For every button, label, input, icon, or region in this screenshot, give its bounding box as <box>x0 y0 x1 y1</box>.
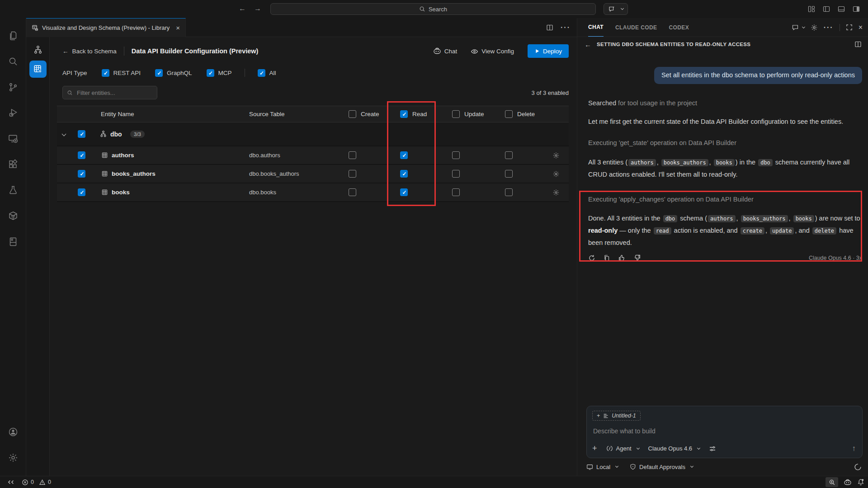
read-checkbox[interactable] <box>400 151 408 159</box>
dab-config-tool-button[interactable] <box>29 61 47 78</box>
api-type-rest[interactable]: REST API <box>102 69 141 77</box>
tune-sliders-icon[interactable] <box>709 445 716 452</box>
header-read-checkbox[interactable] <box>400 110 408 118</box>
tab-close-icon[interactable]: × <box>176 24 180 32</box>
mcp-checkbox[interactable] <box>207 69 214 77</box>
deploy-button[interactable]: Deploy <box>528 44 569 58</box>
group-dbo-checkbox[interactable] <box>78 130 85 138</box>
divider <box>840 24 840 31</box>
row-enable-checkbox[interactable] <box>78 170 85 178</box>
graphql-checkbox[interactable] <box>155 69 163 77</box>
problems-summary[interactable]: 0 0 <box>22 479 51 486</box>
close-panel-icon[interactable]: × <box>859 23 863 32</box>
row-enable-checkbox[interactable] <box>78 188 85 196</box>
chat-prompt-input[interactable] <box>592 427 782 435</box>
delete-checkbox[interactable] <box>505 188 513 196</box>
context-chip[interactable]: + Untitled-1 <box>592 411 641 421</box>
command-center-search[interactable]: Search <box>270 3 596 15</box>
entity-row-authors[interactable]: authors dbo.authors <box>57 146 569 165</box>
open-session-in-editor-icon[interactable] <box>854 41 862 48</box>
tab-chat[interactable]: CHAT <box>588 18 604 37</box>
api-type-mcp[interactable]: MCP <box>207 69 232 77</box>
containers-icon[interactable] <box>0 203 26 229</box>
header-update-checkbox[interactable] <box>452 110 460 118</box>
remote-explorer-icon[interactable] <box>0 126 26 151</box>
history-forward-icon[interactable]: → <box>254 5 261 13</box>
rerun-icon[interactable] <box>588 254 595 262</box>
split-editor-icon[interactable] <box>546 24 553 31</box>
editor-more-actions-icon[interactable]: ··· <box>561 23 571 32</box>
delete-checkbox[interactable] <box>505 170 513 178</box>
send-button[interactable]: ↑ <box>852 444 856 453</box>
delete-checkbox[interactable] <box>505 151 513 159</box>
schema-icon <box>99 122 107 145</box>
copy-icon[interactable] <box>603 254 610 262</box>
entities-table: Entity Name Source Table Create Read Upd… <box>57 106 569 202</box>
thumbs-down-icon[interactable] <box>633 254 641 262</box>
notifications-bell-icon[interactable] <box>857 479 864 486</box>
attach-plus-icon[interactable]: + <box>592 444 597 453</box>
thumbs-up-icon[interactable] <box>618 254 626 262</box>
copilot-menu-button[interactable] <box>604 3 628 15</box>
explorer-icon[interactable] <box>0 23 26 48</box>
row-enable-checkbox[interactable] <box>78 151 85 159</box>
mode-dropdown[interactable]: Agent <box>606 445 639 452</box>
row-settings-gear-icon[interactable] <box>552 165 560 183</box>
header-create-checkbox[interactable] <box>349 110 356 118</box>
header-delete-checkbox[interactable] <box>505 110 513 118</box>
source-control-icon[interactable] <box>0 74 26 100</box>
schema-group-row-dbo[interactable]: dbo 3/3 <box>57 122 569 146</box>
create-checkbox[interactable] <box>349 188 356 196</box>
back-to-schema-button[interactable]: ← Back to Schema <box>57 48 117 55</box>
testing-icon[interactable] <box>0 177 26 203</box>
create-checkbox[interactable] <box>349 170 356 178</box>
chat-button[interactable]: Chat <box>433 47 458 55</box>
session-back-icon[interactable]: ← <box>585 41 591 48</box>
tab-claude-code[interactable]: CLAUDE CODE <box>615 18 657 37</box>
update-checkbox[interactable] <box>452 151 460 159</box>
tab-visualize-design-schema[interactable]: Visualize and Design Schema (Preview) - … <box>26 18 186 37</box>
history-back-icon[interactable]: ← <box>239 5 246 13</box>
run-debug-icon[interactable] <box>0 100 26 126</box>
entity-row-books[interactable]: books dbo.books <box>57 183 569 202</box>
read-checkbox[interactable] <box>400 170 408 178</box>
model-dropdown[interactable]: Claude Opus 4.6 <box>648 445 700 452</box>
chat-settings-gear-icon[interactable] <box>811 24 818 31</box>
copilot-status-icon[interactable] <box>844 478 852 486</box>
view-config-button[interactable]: View Config <box>471 47 514 55</box>
toggle-secondary-sidebar-icon[interactable] <box>853 5 860 13</box>
api-type-label: API Type <box>62 70 87 76</box>
approvals-dropdown[interactable]: Default Approvals <box>630 464 693 470</box>
row-settings-gear-icon[interactable] <box>552 146 560 164</box>
api-type-all[interactable]: All <box>258 69 276 77</box>
maximize-panel-icon[interactable] <box>846 24 853 31</box>
schema-designer-icon[interactable] <box>33 43 43 56</box>
chat-input-box[interactable]: + Untitled-1 + Agent Clau <box>586 406 863 458</box>
search-sidebar-icon[interactable] <box>0 48 26 74</box>
toggle-panel-icon[interactable] <box>838 5 845 13</box>
toggle-primary-sidebar-icon[interactable] <box>823 5 830 13</box>
accounts-icon[interactable] <box>0 419 26 445</box>
update-checkbox[interactable] <box>452 188 460 196</box>
customize-layout-icon[interactable] <box>808 5 815 13</box>
tab-codex[interactable]: CODEX <box>669 18 689 37</box>
api-type-graphql[interactable]: GraphQL <box>155 69 192 77</box>
all-checkbox[interactable] <box>258 69 265 77</box>
create-checkbox[interactable] <box>349 151 356 159</box>
environment-dropdown[interactable]: Local <box>586 464 618 470</box>
expand-chevron-icon[interactable] <box>62 132 66 136</box>
read-checkbox[interactable] <box>400 188 408 196</box>
extensions-icon[interactable] <box>0 151 26 177</box>
chat-mode-dropdown[interactable] <box>792 24 805 31</box>
database-projects-icon[interactable] <box>0 229 26 254</box>
settings-gear-icon[interactable] <box>0 445 26 470</box>
rest-api-checkbox[interactable] <box>102 69 109 77</box>
chat-more-actions-icon[interactable]: ··· <box>824 23 834 32</box>
row-settings-gear-icon[interactable] <box>552 183 560 201</box>
entity-row-books-authors[interactable]: books_authors dbo.books_authors <box>57 165 569 183</box>
filter-entities-input-box[interactable] <box>62 86 157 99</box>
zoom-status-icon[interactable] <box>826 477 838 487</box>
update-checkbox[interactable] <box>452 170 460 178</box>
remote-indicator-icon[interactable] <box>7 479 14 486</box>
filter-entities-input[interactable] <box>76 89 148 97</box>
